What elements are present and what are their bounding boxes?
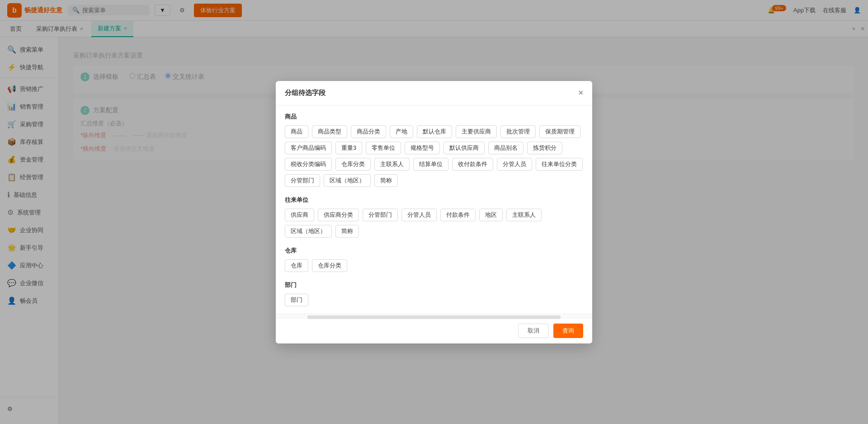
modal-confirm-btn[interactable]: 查询: [553, 324, 583, 338]
tag-product-4[interactable]: 产地: [390, 125, 413, 138]
content-area: 采购订单执行表方案设置 1 选择模板 汇总表 交叉统计表 2 方案配置: [59, 37, 868, 424]
tag-product-11[interactable]: 零售单位: [366, 142, 401, 154]
partner-field-tags: 供应商 供应商分类 分管部门 分管人员 付款条件 地区 主联系人 区域（地区） …: [285, 209, 583, 238]
tag-warehouse-1[interactable]: 仓库: [285, 259, 308, 272]
tag-product-9[interactable]: 客户商品编码: [285, 142, 332, 154]
tag-product-10[interactable]: 重量3: [335, 142, 362, 154]
dept-field-tags: 部门: [285, 294, 583, 306]
modal-hscroll: [276, 314, 592, 317]
modal-header: 分组待选字段 ×: [276, 81, 592, 105]
tag-product-7[interactable]: 批次管理: [500, 125, 536, 138]
tag-partner-7[interactable]: 主联系人: [506, 209, 542, 221]
tag-partner-9[interactable]: 简称: [335, 225, 359, 238]
tag-product-15[interactable]: 拣货积分: [527, 142, 562, 154]
tag-product-18[interactable]: 主联系人: [374, 158, 410, 171]
tag-product-22[interactable]: 往来单位分类: [536, 158, 583, 171]
product-field-tags: 商品 商品类型 商品分类 产地 默认仓库 主要供应商 批次管理 保质期管理 客户…: [285, 125, 583, 187]
modal-body: 商品 商品 商品类型 商品分类 产地 默认仓库 主要供应商 批次管理 保质期管理…: [276, 105, 592, 314]
tag-partner-5[interactable]: 付款条件: [440, 209, 476, 221]
section-dept-title: 部门: [285, 281, 583, 289]
modal-cancel-btn[interactable]: 取消: [518, 324, 549, 338]
tag-product-3[interactable]: 商品分类: [351, 125, 386, 138]
section-partner-title: 往来单位: [285, 196, 583, 204]
tag-product-25[interactable]: 简称: [374, 174, 398, 187]
tag-product-2[interactable]: 商品类型: [312, 125, 347, 138]
modal-overlay: 分组待选字段 × 商品 商品 商品类型 商品分类 产地 默认仓库 主要供应商: [59, 37, 868, 424]
section-dept: 部门 部门: [285, 281, 583, 306]
tag-partner-3[interactable]: 分管部门: [363, 209, 398, 221]
tag-product-17[interactable]: 仓库分类: [335, 158, 371, 171]
modal-footer: 取消 查询: [276, 318, 592, 343]
tag-dept-1[interactable]: 部门: [285, 294, 308, 306]
modal: 分组待选字段 × 商品 商品 商品类型 商品分类 产地 默认仓库 主要供应商: [276, 81, 592, 343]
warehouse-field-tags: 仓库 仓库分类: [285, 259, 583, 272]
section-partner: 往来单位 供应商 供应商分类 分管部门 分管人员 付款条件 地区 主联系人 区域…: [285, 196, 583, 238]
section-warehouse: 仓库 仓库 仓库分类: [285, 247, 583, 272]
tag-product-16[interactable]: 税收分类编码: [285, 158, 332, 171]
tag-product-6[interactable]: 主要供应商: [456, 125, 497, 138]
section-product-title: 商品: [285, 113, 583, 121]
tag-partner-1[interactable]: 供应商: [285, 209, 314, 221]
modal-title: 分组待选字段: [285, 89, 326, 97]
tag-product-24[interactable]: 区域（地区）: [324, 174, 371, 187]
tag-partner-6[interactable]: 地区: [479, 209, 503, 221]
tag-partner-8[interactable]: 区域（地区）: [285, 225, 332, 238]
tag-product-23[interactable]: 分管部门: [285, 174, 320, 187]
tag-partner-2[interactable]: 供应商分类: [318, 209, 359, 221]
tag-product-19[interactable]: 结算单位: [413, 158, 448, 171]
tag-product-1[interactable]: 商品: [285, 125, 308, 138]
tag-product-12[interactable]: 规格型号: [405, 142, 440, 154]
tag-product-14[interactable]: 商品别名: [488, 142, 524, 154]
main-layout: 🔍 搜索菜单 ⚡ 快捷导航 📢 营销推广 📊 销售管理 🛒 采购管理 📦 库存核…: [0, 37, 868, 424]
tag-product-8[interactable]: 保质期管理: [539, 125, 580, 138]
tag-warehouse-2[interactable]: 仓库分类: [312, 259, 347, 272]
tag-product-5[interactable]: 默认仓库: [417, 125, 452, 138]
tag-product-13[interactable]: 默认供应商: [443, 142, 485, 154]
tag-product-21[interactable]: 分管人员: [497, 158, 532, 171]
tag-partner-4[interactable]: 分管人员: [401, 209, 437, 221]
section-product: 商品 商品 商品类型 商品分类 产地 默认仓库 主要供应商 批次管理 保质期管理…: [285, 113, 583, 187]
section-warehouse-title: 仓库: [285, 247, 583, 255]
modal-close-btn[interactable]: ×: [578, 88, 583, 98]
tag-product-20[interactable]: 收付款条件: [452, 158, 493, 171]
